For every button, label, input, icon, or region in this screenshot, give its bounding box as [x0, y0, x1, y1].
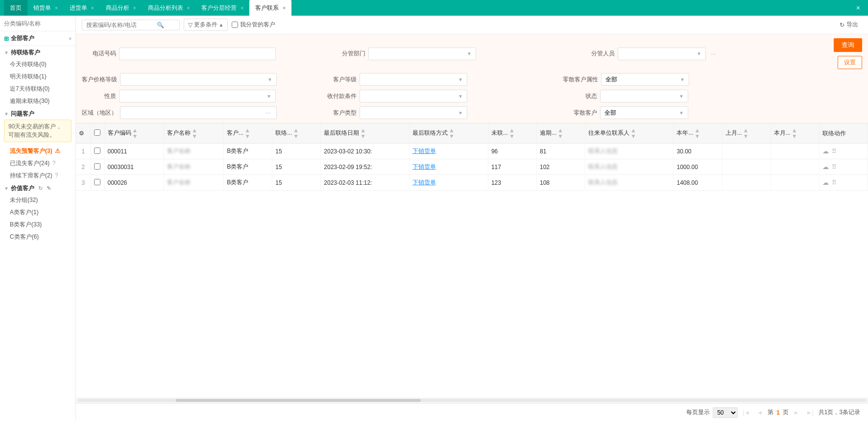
phone-input[interactable] [119, 48, 276, 60]
status-select[interactable]: ▼ [600, 90, 688, 102]
zero-customer-select[interactable]: 全部 ▼ [600, 106, 688, 119]
region-dots[interactable]: ··· [264, 109, 272, 116]
tab-sales[interactable]: 销货单 × [27, 0, 64, 16]
manager-dots[interactable]: ··· [709, 50, 718, 57]
all-customers-label: 全部客户 [11, 34, 34, 43]
page-size-select[interactable]: 50 10 20 100 [713, 407, 738, 418]
action-chat-icon[interactable]: ☁ [822, 179, 829, 186]
row-checkbox-cell[interactable] [91, 159, 104, 175]
export-btn[interactable]: ↻ 导出 [836, 19, 862, 30]
refresh-icon[interactable]: ↻ [38, 185, 43, 192]
setting-btn[interactable]: 设置 [838, 56, 862, 69]
arrow-icon-2: ▼ [4, 111, 9, 117]
row-checkbox[interactable] [94, 179, 100, 185]
tab-customer-contact-close[interactable]: × [283, 5, 286, 11]
sidebar-item-tomorrow[interactable]: 明天待联络(1) [0, 71, 75, 83]
col-checkbox[interactable] [91, 124, 104, 144]
customer-level-label: 客户等级 [322, 75, 357, 84]
next-page-btn[interactable]: ► [792, 408, 801, 417]
sidebar-item-c-class[interactable]: C类客户(6) [0, 231, 75, 243]
tab-product-analysis-list-close[interactable]: × [187, 5, 190, 11]
sidebar-item-ungroup[interactable]: 未分组(32) [0, 194, 75, 206]
col-type[interactable]: 客户...▲▼ [224, 124, 272, 144]
sidebar-item-churned[interactable]: 已流失客户(24) ? [0, 157, 75, 170]
col-overdue[interactable]: 逾期...▲▼ [536, 124, 585, 144]
col-last-method[interactable]: 最后联络方式▲▼ [410, 124, 488, 144]
select-all-checkbox[interactable] [94, 129, 100, 136]
row-checkbox[interactable] [94, 163, 100, 170]
filter-search-input[interactable] [86, 22, 155, 28]
payment-select[interactable]: ▼ [360, 90, 467, 102]
customer-type-select[interactable]: ▼ [360, 106, 467, 119]
filter-icon: ▽ [188, 22, 193, 28]
query-btn[interactable]: 查询 [834, 38, 862, 52]
dept-select[interactable]: ▼ [368, 48, 476, 60]
sidebar-item-a-class[interactable]: A类客户(1) [0, 206, 75, 219]
sidebar-item-declining[interactable]: 持续下滑客户(2) ? [0, 170, 75, 182]
sidebar-item-today[interactable]: 今天待联络(0) [0, 58, 75, 71]
row-checkbox-cell[interactable] [91, 144, 104, 159]
tab-customer-segment[interactable]: 客户分层经营 × [195, 0, 249, 16]
sidebar-item-overdue[interactable]: 逾期未联络(30) [0, 95, 75, 107]
sidebar-search-input[interactable] [4, 20, 76, 27]
sidebar-item-7days[interactable]: 近7天待联络(0) [0, 83, 75, 95]
scrollbar-thumb[interactable] [176, 399, 421, 402]
region-input[interactable]: ··· [120, 106, 277, 119]
section-waiting[interactable]: ▼ 待联络客户 [0, 46, 75, 58]
col-current-year[interactable]: 本年...▲▼ [674, 124, 722, 144]
tab-product-analysis[interactable]: 商品分析 × [100, 0, 142, 16]
sidebar-all-customers[interactable]: ⊞ 全部客户 « [0, 31, 75, 46]
scattered-attr-select[interactable]: 全部 ▼ [601, 73, 689, 86]
customer-level-select[interactable]: ▼ [360, 73, 467, 86]
prev-page-btn[interactable]: ◄ [755, 408, 765, 417]
row-num: 3 [76, 175, 91, 191]
tab-sales-close[interactable]: × [55, 5, 58, 11]
col-contact-person[interactable]: 往来单位联系人▲▼ [585, 124, 674, 144]
price-level-select[interactable]: ▼ [120, 73, 277, 86]
chevron-down-icon: ▲ [219, 23, 223, 27]
section-problem[interactable]: ▼ 问题客户 [0, 107, 75, 120]
sidebar-item-churn-warning[interactable]: 流失预警客户(3) ⚠ [0, 145, 75, 157]
filter-search-icon: 🔍 [157, 22, 164, 28]
sidebar-item-tomorrow-label: 明天待联络(1) [10, 73, 47, 80]
nature-select[interactable]: ▼ [119, 90, 276, 102]
row-checkbox-cell[interactable] [91, 175, 104, 191]
row-last-method[interactable]: 下销货单 [410, 144, 488, 159]
tab-product-analysis-close[interactable]: × [133, 5, 136, 11]
my-customers-checkbox[interactable] [232, 22, 238, 28]
col-code[interactable]: 客户编码▲▼ [104, 124, 164, 144]
col-last-date[interactable]: 最后联络日期▲▼ [321, 124, 410, 144]
col-uncontacted[interactable]: 未联...▲▼ [488, 124, 536, 144]
tab-customer-contact[interactable]: 客户联系 × [249, 0, 291, 16]
row-last-method[interactable]: 下销货单 [410, 159, 488, 175]
manager-select[interactable]: ▼ [618, 48, 706, 60]
col-name[interactable]: 客户名称▲▼ [164, 124, 224, 144]
col-contact-count[interactable]: 联络...▲▼ [272, 124, 321, 144]
tab-home[interactable]: 首页 [4, 0, 27, 16]
col-settings[interactable]: ⚙ [76, 124, 91, 144]
sidebar-item-b-class[interactable]: B类客户(33) [0, 219, 75, 231]
more-conditions-btn[interactable]: ▽ 更多条件 ▲ [184, 19, 228, 31]
action-chat-icon[interactable]: ☁ [822, 163, 829, 171]
section-value[interactable]: ▼ 价值客户 ↻ ✎ [0, 182, 75, 194]
col-last-month[interactable]: 上月...▲▼ [722, 124, 771, 144]
tab-customer-segment-close[interactable]: × [241, 5, 243, 11]
action-more-icon[interactable]: ⠿ [832, 148, 837, 155]
row-last-method[interactable]: 下销货单 [410, 175, 488, 191]
col-current-month[interactable]: 本月...▲▼ [771, 124, 819, 144]
tab-purchase[interactable]: 进货单 × [64, 0, 100, 16]
edit-icon[interactable]: ✎ [47, 185, 51, 192]
scrollbar-area[interactable] [76, 397, 868, 403]
action-chat-icon[interactable]: ☁ [822, 148, 829, 155]
row-checkbox[interactable] [94, 148, 100, 154]
manager-chevron: ▼ [697, 51, 701, 56]
first-page-btn[interactable]: |◄ [741, 408, 752, 417]
tab-purchase-close[interactable]: × [91, 5, 94, 11]
action-more-icon[interactable]: ⠿ [832, 179, 837, 186]
last-page-btn[interactable]: ►| [804, 408, 816, 417]
action-more-icon[interactable]: ⠿ [832, 163, 837, 171]
scattered-attr-value: 全部 [605, 75, 617, 84]
tab-product-analysis-list[interactable]: 商品分析列表 × [142, 0, 196, 16]
close-all-tabs[interactable]: × [852, 4, 864, 12]
my-customers-checkbox-label[interactable]: 我分管的客户 [232, 21, 275, 29]
